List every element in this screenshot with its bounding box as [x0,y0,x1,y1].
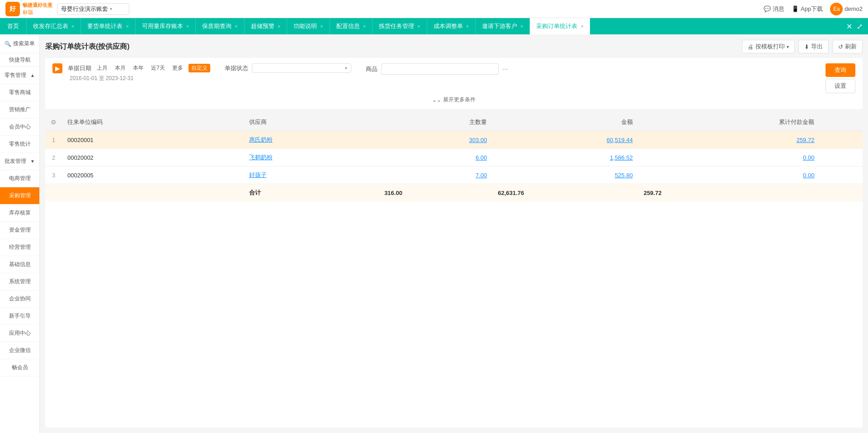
tab-close-icon[interactable]: × [278,24,280,29]
sidebar-item-system-mgmt[interactable]: 系统管理 [0,273,39,290]
tab-invite-downstream[interactable]: 邀请下游客户 × [476,18,530,34]
amount-link[interactable]: 525.80 [615,172,633,179]
tab-close-icon[interactable]: × [466,24,469,29]
sidebar-item-member[interactable]: 畅会员 [0,359,39,376]
sidebar-item-marketing[interactable]: 营销推广 [0,101,39,119]
sidebar-item-member-center[interactable]: 会员中心 [0,119,39,136]
qty-link[interactable]: 6.00 [476,154,487,161]
logo-text: 畅捷通好生意 标版 [23,2,52,16]
date-shortcut-this-year[interactable]: 本年 [131,63,146,73]
sidebar-item-new-guide[interactable]: 新手引导 [0,308,39,325]
summary-empty2 [62,184,244,202]
settings-button[interactable]: 设置 [826,79,855,93]
tab-pick-task[interactable]: 拣货任务管理 × [373,18,427,34]
filter-toggle-button[interactable]: ▶ [52,63,62,73]
date-shortcut-this-month[interactable]: 本月 [113,63,127,73]
tab-overstock-warning[interactable]: 超储预警 × [245,18,287,34]
summary-extra [820,184,863,202]
paid-link[interactable]: 0.00 [803,172,814,179]
goods-filter-label: 商品 [366,65,377,73]
col-extra [820,114,863,131]
tab-purchase-summary[interactable]: 采购订单统计表 × [530,18,590,34]
tab-expiry-query[interactable]: 保质期查询 × [196,18,244,34]
tab-close-icon[interactable]: × [186,24,189,29]
col-paid-amount: 累计付款金额 [638,114,820,131]
status-filter-select[interactable]: ▾ [252,63,351,73]
tab-function-desc[interactable]: 功能说明 × [287,18,330,34]
paid-link[interactable]: 259.72 [797,137,815,143]
tab-close-icon[interactable]: × [71,24,74,29]
sidebar-item-wholesale-mgmt[interactable]: 批发管理 ▼ [0,153,39,170]
tab-close-icon[interactable]: × [417,24,420,29]
amount-link[interactable]: 60,519.44 [607,137,633,143]
sidebar-item-retail-stats[interactable]: 零售统计 [0,136,39,153]
date-shortcut-more[interactable]: 更多 [170,63,185,73]
sidebar-item-finance-mgmt[interactable]: 资金管理 [0,222,39,239]
col-checkbox: ⚙ [45,114,62,131]
cell-main-qty: 303.00 [379,131,492,149]
date-shortcut-last-month[interactable]: 上月 [95,63,109,73]
content-area: 采购订单统计表(按供应商) 🖨 按模板打印 ▾ ⬇ 导出 ↺ 刷新 [40,34,868,433]
status-filter-label: 单据状态 [225,64,248,72]
supplier-link[interactable]: 惠氏奶粉 [249,136,273,143]
paid-link[interactable]: 0.00 [803,154,814,161]
window-close-button[interactable]: ✕ [844,20,854,33]
col-main-qty: 主数量 [379,114,492,131]
query-button[interactable]: 查询 [826,63,855,77]
tab-config-info[interactable]: 配置信息 × [330,18,373,34]
tab-close-icon[interactable]: × [126,24,128,29]
tab-goods-summary[interactable]: 要货单统计表 × [81,18,135,34]
user-profile[interactable]: Ea demo2 [830,3,863,15]
app-download-button[interactable]: 📱 App下载 [792,5,823,13]
tab-cost-adjust[interactable]: 成本调整单 × [427,18,476,34]
refresh-button[interactable]: ↺ 刷新 [832,40,863,53]
sidebar-item-enterprise-wechat[interactable]: 企业微信 [0,342,39,359]
sidebar-item-app-center[interactable]: 应用中心 [0,325,39,342]
cell-paid-amount: 0.00 [638,167,820,184]
amount-link[interactable]: 1,586.52 [610,154,633,161]
sidebar-item-retail-mgmt[interactable]: 零售管理 ▲ [0,67,39,84]
page-title: 采购订单统计表(按供应商) [45,42,130,52]
print-button[interactable]: 🖨 按模板打印 ▾ [742,40,795,53]
qty-link[interactable]: 7.00 [476,172,487,179]
sidebar-item-ecommerce-mgmt[interactable]: 电商管理 [0,170,39,187]
tab-close-icon[interactable]: × [520,24,523,29]
tab-close-icon[interactable]: × [235,24,237,29]
top-bar: 好 畅捷通好生意 标版 母婴行业演示账套 ▾ 💬 消息 📱 App下载 Ea d… [0,0,868,18]
sidebar-item-retail-store[interactable]: 零售商城 [0,84,39,101]
tab-receive-summary[interactable]: 收发存汇总表 × [27,18,81,34]
search-icon: 🔍 [5,41,11,47]
workspace-selector[interactable]: 母婴行业演示账套 ▾ [57,3,129,15]
table-settings-icon[interactable]: ⚙ [51,119,57,126]
sidebar-item-enterprise-collab[interactable]: 企业协同 [0,290,39,308]
date-shortcut-7days[interactable]: 近7天 [149,63,167,73]
sidebar-item-purchase-mgmt[interactable]: 采购管理 [0,187,39,205]
export-button[interactable]: ⬇ 导出 [798,40,829,53]
sidebar-item-operation-mgmt[interactable]: 经营管理 [0,239,39,256]
quick-nav-button[interactable]: 快捷导航 [0,53,39,67]
date-custom-badge[interactable]: 自定义 [189,64,210,72]
supplier-link[interactable]: 飞鹤奶粉 [249,154,273,161]
tab-close-icon-active[interactable]: × [580,24,583,29]
expand-more-button[interactable]: ⌄⌄ 展开更多条件 [52,93,855,104]
supplier-link[interactable]: 好孩子 [249,171,267,178]
tab-home[interactable]: 首页 [0,18,27,34]
top-bar-left: 好 畅捷通好生意 标版 母婴行业演示账套 ▾ [5,2,129,16]
qty-link[interactable]: 303.00 [469,137,487,143]
search-menu-button[interactable]: 🔍 搜索菜单 [3,38,37,49]
status-select-arrow: ▾ [345,66,347,71]
cell-paid-amount: 0.00 [638,149,820,167]
sidebar-item-stock-check[interactable]: 库存核算 [0,205,39,222]
top-bar-right: 💬 消息 📱 App下载 Ea demo2 [764,3,863,15]
tab-close-icon[interactable]: × [320,24,323,29]
window-maximize-button[interactable]: ⤢ [855,20,864,33]
col-unit-code: 往来单位编码 [62,114,244,131]
print-arrow-icon: ▾ [787,44,789,49]
message-button[interactable]: 💬 消息 [764,5,784,13]
cell-extra [820,149,863,167]
goods-filter-more-icon[interactable]: ··· [502,65,508,73]
sidebar-item-basic-info[interactable]: 基础信息 [0,256,39,273]
tab-stock-account[interactable]: 可用量库存账本 × [136,18,196,34]
tab-close-icon[interactable]: × [363,24,366,29]
goods-filter-input[interactable] [381,63,499,75]
